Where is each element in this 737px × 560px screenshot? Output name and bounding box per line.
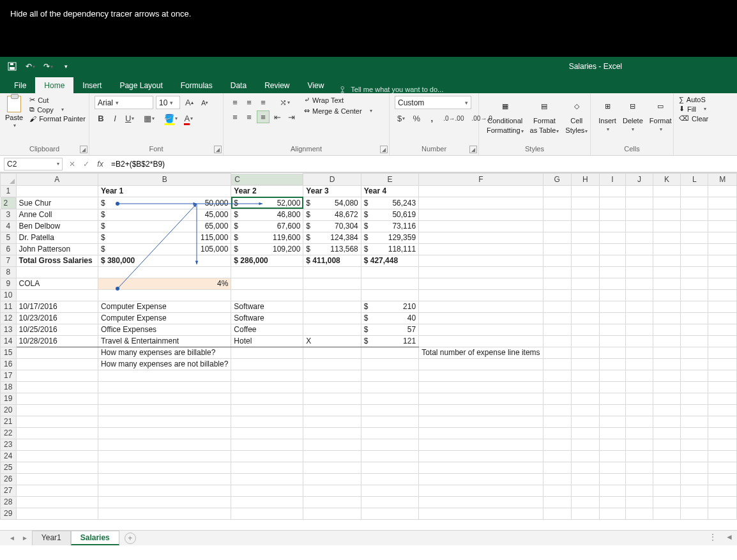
cell[interactable] bbox=[543, 508, 571, 519]
cell[interactable] bbox=[708, 312, 737, 324]
cell[interactable] bbox=[16, 381, 98, 393]
clear-button[interactable]: ⌫Clear bbox=[679, 114, 708, 123]
row-header[interactable]: 10 bbox=[1, 289, 17, 301]
cell[interactable] bbox=[16, 393, 98, 404]
cell[interactable] bbox=[708, 462, 737, 473]
cell[interactable] bbox=[681, 347, 708, 358]
cell[interactable] bbox=[98, 289, 231, 301]
cell[interactable] bbox=[361, 427, 418, 439]
cell[interactable]: $65,000 bbox=[98, 220, 231, 232]
cell[interactable] bbox=[16, 358, 98, 370]
cell[interactable] bbox=[16, 427, 98, 439]
cell[interactable] bbox=[681, 462, 708, 473]
cell[interactable] bbox=[626, 312, 653, 324]
row-header[interactable]: 24 bbox=[1, 450, 17, 462]
row-header[interactable]: 28 bbox=[1, 496, 17, 508]
cell[interactable]: $50,000 bbox=[98, 197, 231, 209]
cell[interactable]: $129,359 bbox=[361, 232, 418, 243]
formula-input[interactable] bbox=[107, 160, 737, 169]
cell[interactable]: How many expenses are not billable? bbox=[98, 358, 231, 370]
cell[interactable]: Anne Coll bbox=[16, 209, 98, 220]
hscroll-left-icon[interactable]: ◄ bbox=[726, 533, 733, 541]
cell[interactable]: Computer Expense bbox=[98, 301, 231, 312]
cell[interactable] bbox=[543, 358, 571, 370]
cell[interactable] bbox=[571, 197, 599, 209]
cell[interactable] bbox=[98, 485, 231, 496]
number-format-select[interactable]: Custom▾ bbox=[395, 96, 471, 109]
tab-insert[interactable]: Insert bbox=[73, 77, 110, 93]
cell[interactable] bbox=[571, 496, 599, 508]
cell[interactable]: $70,304 bbox=[303, 220, 361, 232]
cell[interactable] bbox=[361, 289, 418, 301]
cell[interactable]: $ 427,448 bbox=[361, 255, 418, 266]
cancel-formula-icon[interactable]: ✕ bbox=[65, 158, 79, 170]
row-header[interactable]: 22 bbox=[1, 427, 17, 439]
borders-button[interactable]: ▦▾ bbox=[141, 112, 157, 125]
merge-center-button[interactable]: ⇔Merge & Center ▾ bbox=[304, 107, 372, 115]
font-size-select[interactable]: 10▾ bbox=[156, 96, 180, 109]
row-header[interactable]: 12 bbox=[1, 312, 17, 324]
cell[interactable] bbox=[419, 404, 543, 416]
cell[interactable] bbox=[626, 485, 653, 496]
cell[interactable]: Sue Chur bbox=[16, 197, 98, 209]
cell[interactable] bbox=[681, 358, 708, 370]
cell-styles-button[interactable]: ◇ CellStyles▾ bbox=[563, 96, 590, 135]
cell[interactable] bbox=[681, 255, 708, 266]
cell[interactable] bbox=[599, 496, 625, 508]
cell[interactable] bbox=[98, 473, 231, 485]
cell[interactable] bbox=[361, 439, 418, 450]
cell[interactable] bbox=[231, 416, 303, 427]
cell[interactable] bbox=[571, 427, 599, 439]
cell[interactable] bbox=[681, 335, 708, 347]
cell[interactable] bbox=[626, 404, 653, 416]
cell[interactable] bbox=[231, 381, 303, 393]
cell[interactable] bbox=[303, 496, 361, 508]
cell[interactable]: $67,600 bbox=[231, 220, 303, 232]
cell[interactable] bbox=[708, 335, 737, 347]
cell[interactable]: $57 bbox=[361, 324, 418, 335]
cell[interactable] bbox=[626, 416, 653, 427]
cell[interactable]: $40 bbox=[361, 312, 418, 324]
cell[interactable] bbox=[571, 381, 599, 393]
cell[interactable] bbox=[361, 416, 418, 427]
cell[interactable] bbox=[626, 289, 653, 301]
row-header[interactable]: 25 bbox=[1, 462, 17, 473]
sheet-nav-next-icon[interactable]: ► bbox=[19, 534, 31, 541]
save-icon[interactable] bbox=[6, 61, 18, 72]
cell[interactable]: How many expenses are billable? bbox=[98, 347, 231, 358]
column-header[interactable]: I bbox=[599, 174, 625, 186]
column-header[interactable]: B bbox=[98, 174, 231, 186]
sheet-tab-salaries[interactable]: Salaries bbox=[71, 531, 119, 545]
cell[interactable] bbox=[98, 416, 231, 427]
cell[interactable] bbox=[361, 266, 418, 278]
cell[interactable] bbox=[543, 335, 571, 347]
number-dialog-launcher-icon[interactable]: ◢ bbox=[469, 146, 477, 153]
cell[interactable] bbox=[419, 485, 543, 496]
cell[interactable]: 4% bbox=[98, 278, 231, 289]
cell[interactable]: 10/25/2016 bbox=[16, 324, 98, 335]
cell[interactable] bbox=[708, 266, 737, 278]
cell[interactable]: Office Expenses bbox=[98, 324, 231, 335]
cell[interactable] bbox=[98, 404, 231, 416]
cell[interactable]: COLA bbox=[16, 278, 98, 289]
cell[interactable] bbox=[626, 209, 653, 220]
format-painter-button[interactable]: 🖌Format Painter bbox=[29, 115, 86, 123]
align-middle-icon[interactable]: ≡ bbox=[243, 96, 255, 109]
conditional-formatting-button[interactable]: ▦ ConditionalFormatting▾ bbox=[484, 96, 526, 135]
row-header[interactable]: 27 bbox=[1, 485, 17, 496]
row-header[interactable]: 3 bbox=[1, 209, 17, 220]
cell[interactable] bbox=[708, 381, 737, 393]
cell[interactable] bbox=[708, 232, 737, 243]
cell[interactable] bbox=[543, 243, 571, 255]
cell[interactable] bbox=[16, 404, 98, 416]
cell[interactable] bbox=[599, 185, 625, 197]
cell[interactable] bbox=[419, 232, 543, 243]
row-header[interactable]: 9 bbox=[1, 278, 17, 289]
tab-scroll-options-icon[interactable]: ⋮ bbox=[709, 533, 717, 541]
cell[interactable] bbox=[303, 358, 361, 370]
insert-function-icon[interactable]: fx bbox=[93, 158, 107, 170]
cell[interactable] bbox=[543, 393, 571, 404]
delete-cells-button[interactable]: ⊟Delete▾ bbox=[620, 96, 646, 133]
cell[interactable] bbox=[599, 301, 625, 312]
cell[interactable] bbox=[653, 347, 681, 358]
